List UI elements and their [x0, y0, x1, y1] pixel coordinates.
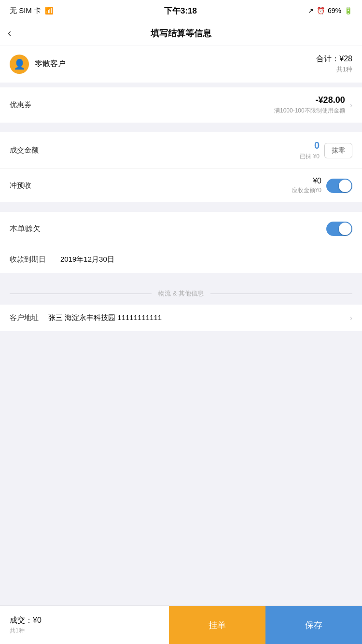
hang-button[interactable]: 挂单 — [169, 606, 265, 644]
alarm-icon: ⏰ — [317, 7, 325, 14]
coupon-sub: 满1000-100不限制使用金额 — [274, 107, 345, 115]
transaction-sub: 已抹 ¥0 — [300, 153, 320, 161]
bottom-summary-amount: 成交：¥0 — [10, 616, 159, 626]
bottom-summary-label: 成交： — [10, 616, 33, 624]
status-time: 下午3:18 — [164, 5, 197, 16]
divider-3 — [0, 278, 362, 282]
avatar: 👤 — [10, 55, 29, 74]
due-date-label: 收款到期日 — [10, 255, 46, 264]
customer-right: 合计：¥28 共1种 — [316, 54, 352, 74]
due-date-value: 2019年12月30日 — [60, 255, 114, 264]
divider-line-right — [210, 294, 352, 294]
back-button[interactable]: ‹ — [8, 27, 11, 40]
bottom-spacer — [0, 336, 362, 379]
bottom-bar: 成交：¥0 共1种 挂单 保存 — [0, 605, 362, 644]
debt-toggle[interactable] — [326, 222, 352, 236]
debt-toggle-knob — [339, 223, 351, 235]
round-zero-button[interactable]: 抹零 — [324, 143, 352, 158]
save-button[interactable]: 保存 — [265, 606, 362, 644]
pre-receive-label: 冲预收 — [10, 181, 48, 190]
customer-row: 👤 零散客户 合计：¥28 共1种 — [0, 45, 362, 83]
transaction-label: 成交金额 — [10, 146, 48, 155]
pre-receive-toggle[interactable] — [326, 179, 352, 193]
wifi-icon: 📶 — [45, 7, 53, 14]
page-title: 填写结算等信息 — [151, 28, 211, 39]
toggle-knob — [339, 180, 351, 192]
status-bar: 无 SIM 卡 📶 下午3:18 ↗ ⏰ 69% 🔋 — [0, 0, 362, 21]
coupon-section[interactable]: 优惠券 -¥28.00 满1000-100不限制使用金额 › — [0, 87, 362, 123]
pre-receive-sub: 应收金额¥0 — [292, 186, 321, 195]
debt-row: 本单赊欠 — [0, 212, 362, 246]
address-label: 客户地址 — [10, 313, 39, 322]
logistics-text: 物流 & 其他信息 — [158, 289, 204, 298]
bottom-summary-value: ¥0 — [33, 616, 42, 624]
battery-icon: 🔋 — [344, 7, 352, 14]
debt-section: 本单赊欠 收款到期日 2019年12月30日 — [0, 212, 362, 273]
logistics-divider: 物流 & 其他信息 — [0, 282, 362, 305]
transaction-value[interactable]: 0 — [300, 140, 320, 151]
coupon-chevron-icon: › — [350, 101, 352, 110]
due-date-row: 收款到期日 2019年12月30日 — [0, 246, 362, 273]
divider-1 — [0, 127, 362, 132]
coupon-label: 优惠券 — [10, 100, 48, 110]
pre-receive-row: 冲预收 ¥0 应收金额¥0 — [0, 168, 362, 202]
customer-left: 👤 零散客户 — [10, 55, 66, 74]
customer-name: 零散客户 — [35, 59, 66, 69]
status-right: ↗ ⏰ 69% 🔋 — [308, 7, 352, 14]
battery-text: 69% — [328, 7, 341, 14]
address-section[interactable]: 客户地址 张三 海淀永丰科技园 11111111111 › — [0, 305, 362, 331]
pre-receive-right: ¥0 应收金额¥0 — [292, 177, 352, 195]
divider-2 — [0, 207, 362, 212]
bottom-summary: 成交：¥0 共1种 — [0, 616, 169, 635]
location-icon: ↗ — [308, 7, 314, 14]
customer-section: 👤 零散客户 合计：¥28 共1种 — [0, 45, 362, 83]
total-count: 共1种 — [316, 65, 352, 74]
status-left: 无 SIM 卡 📶 — [10, 6, 53, 15]
transaction-row: 成交金额 0 已抹 ¥0 抹零 — [0, 132, 362, 168]
address-chevron-icon: › — [350, 314, 352, 322]
bottom-summary-count: 共1种 — [10, 627, 159, 635]
transaction-section: 成交金额 0 已抹 ¥0 抹零 冲预收 ¥0 应收金额¥0 — [0, 132, 362, 202]
transaction-right: 0 已抹 ¥0 抹零 — [300, 140, 352, 161]
coupon-right: -¥28.00 满1000-100不限制使用金额 › — [274, 95, 352, 115]
coupon-row[interactable]: 优惠券 -¥28.00 满1000-100不限制使用金额 › — [0, 87, 362, 123]
no-sim-text: 无 SIM 卡 — [10, 6, 41, 15]
address-row[interactable]: 客户地址 张三 海淀永丰科技园 11111111111 › — [0, 305, 362, 331]
address-value: 张三 海淀永丰科技园 11111111111 — [48, 313, 340, 322]
avatar-icon: 👤 — [14, 58, 26, 70]
pre-receive-amount: ¥0 — [313, 177, 321, 185]
debt-label: 本单赊欠 — [10, 224, 41, 234]
total-amount: 合计：¥28 — [316, 54, 352, 64]
nav-bar: ‹ 填写结算等信息 — [0, 21, 362, 45]
divider-line-left — [10, 294, 152, 294]
coupon-amount: -¥28.00 — [274, 95, 345, 105]
